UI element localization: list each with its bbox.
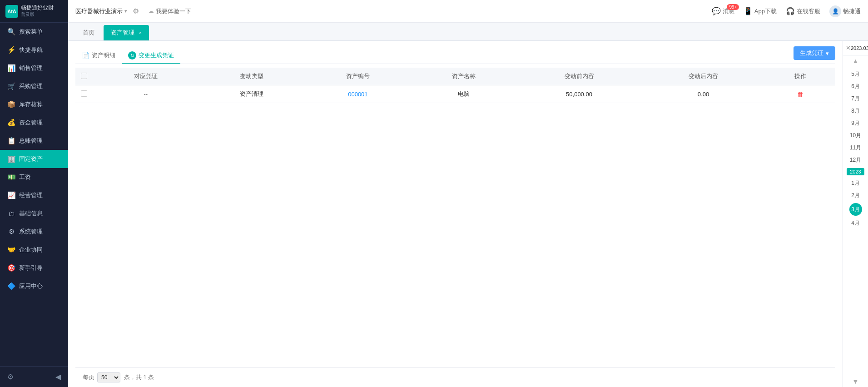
sidebar-item-operation[interactable]: 📈经营管理 [0,186,68,204]
sidebar-item-salary[interactable]: 💵工资 [0,168,68,186]
timeline-month-2[interactable]: 7月 [843,93,868,105]
row-action-0[interactable]: 🗑 [765,85,835,103]
th-before-change: 变动前内容 [517,68,641,85]
chevron-down-icon: ▾ [124,8,127,14]
timeline-scroll-down[interactable]: ▼ [843,376,868,387]
experience-button[interactable]: ☁ 我要体验一下 [148,7,191,15]
collapse-icon[interactable]: ◀ [55,372,61,381]
timeline-close-icon[interactable]: ✕ [846,45,851,51]
inner-panel: 📄 资产明细 ↻ 变更生成凭证 生成凭证 ▾ [68,41,843,387]
th-asset-code: 资产编号 [305,68,411,85]
sidebar-item-sales[interactable]: 📊销售管理 [0,59,68,77]
app-download-icon: 📱 [744,7,753,15]
row-asset-code-0: 000001 [305,85,411,103]
sidebar-item-newbie[interactable]: 🎯新手引导 [0,259,68,277]
row-after-change-0: 0.00 [641,85,766,103]
row-asset-name-0: 电脑 [411,85,517,103]
messages-button[interactable]: 💬 消息 99+ [712,7,734,15]
sub-tabs-row: 📄 资产明细 ↻ 变更生成凭证 生成凭证 ▾ [75,46,835,64]
avatar: 👤 [829,5,841,17]
sidebar-item-inventory[interactable]: 📦库存核算 [0,95,68,114]
sidebar-label-basic: 基础信息 [19,209,43,218]
sidebar-item-search[interactable]: 🔍搜索菜单 [0,23,68,41]
timeline-month-4[interactable]: 9月 [843,117,868,129]
timeline-scroll-up[interactable]: ▲ [843,55,868,66]
timeline-month-5[interactable]: 10月 [843,129,868,142]
sidebar-item-apps[interactable]: 🔷应用中心 [0,277,68,295]
tab-home[interactable]: 首页 [75,25,102,40]
sub-tab-asset-detail[interactable]: 📄 资产明细 [75,48,122,64]
company-selector[interactable]: 医疗器械行业演示 ▾ [75,7,127,15]
timeline-month-1[interactable]: 6月 [843,80,868,93]
generate-voucher-button[interactable]: 生成凭证 ▾ [794,46,835,60]
online-service-icon: 🎧 [786,7,795,15]
select-all-checkbox[interactable] [81,73,87,79]
sidebar-label-system: 系统管理 [19,228,43,236]
timeline-month-12[interactable]: 4月 [843,217,868,229]
apps-icon: 🔷 [7,282,15,290]
th-after-change: 变动后内容 [641,68,766,85]
timeline-month-3[interactable]: 8月 [843,105,868,117]
generate-voucher-label: 生成凭证 [800,49,823,57]
quicknav-icon: ⚡ [7,46,15,54]
sidebar-item-ledger[interactable]: 📋总账管理 [0,132,68,150]
sub-tab-asset-detail-label: 资产明细 [92,51,115,60]
username-label: 畅捷通 [843,7,861,15]
app-download-label: App下载 [754,7,777,15]
experience-label: 我要体验一下 [156,7,191,15]
logo-text: 畅捷通好业财 [21,5,54,12]
th-change-type: 变动类型 [199,68,305,85]
sidebar-label-enterprise: 企业协同 [19,246,43,254]
sidebar-item-quicknav[interactable]: ⚡快捷导航 [0,41,68,59]
purchase-icon: 🛒 [7,82,15,90]
sidebar-label-quicknav: 快捷导航 [19,46,43,54]
user-button[interactable]: 👤 畅捷通 [829,5,861,17]
timeline-header: ✕ 2023.03 ⛶ [843,41,868,55]
sidebar-item-enterprise[interactable]: 🤝企业协同 [0,241,68,259]
sidebar-item-purchase[interactable]: 🛒采购管理 [0,77,68,95]
ledger-icon: 📋 [7,137,15,145]
sidebar-item-fixed[interactable]: 🏢固定资产 [0,150,68,168]
delete-icon-0[interactable]: 🗑 [797,90,804,98]
tab-asset-management[interactable]: 资产管理 × [104,25,149,40]
tab-close-icon[interactable]: × [139,30,142,35]
timeline-month-0[interactable]: 5月 [843,68,868,80]
sidebar-label-fixed: 固定资产 [19,155,43,163]
logo-icon: AtA [5,5,18,18]
timeline-year-2023[interactable]: 2023 [847,168,864,175]
tab-asset-management-label: 资产管理 [111,29,134,36]
sidebar-item-basic[interactable]: 🗂基础信息 [0,204,68,223]
settings-icon[interactable]: ⚙ [7,372,14,381]
timeline-month-11[interactable]: 3月 [849,203,862,216]
sidebar-item-system[interactable]: ⚙系统管理 [0,223,68,241]
inventory-icon: 📦 [7,100,15,109]
online-service-label: 在线客服 [797,7,820,15]
experience-icon: ☁ [148,8,154,15]
timeline-month-10[interactable]: 2月 [843,189,868,202]
app-download-button[interactable]: 📱 App下载 [744,7,777,15]
timeline-month-7[interactable]: 12月 [843,154,868,166]
gear-icon[interactable]: ⚙ [133,7,139,15]
row-voucher-0: -- [93,85,199,103]
timeline-list: 5月6月7月8月9月10月11月12月20231月2月3月4月 [843,66,868,376]
th-checkbox[interactable] [75,68,93,85]
sidebar-label-ledger: 总账管理 [19,137,43,145]
sidebar-label-purchase: 采购管理 [19,82,43,90]
sidebar-bottom: ⚙ ◀ [0,366,68,387]
row-checkbox-cell[interactable] [75,85,93,103]
timeline-month-9[interactable]: 1月 [843,177,868,189]
sidebar-label-operation: 经营管理 [19,191,43,199]
online-service-button[interactable]: 🎧 在线客服 [786,7,820,15]
sidebar-item-funds[interactable]: 💰资金管理 [0,114,68,132]
table-footer: 每页 50 10 20 100 条，共 1 条 [75,367,835,387]
message-badge: 99+ [727,4,739,10]
timeline-month-6[interactable]: 11月 [843,142,868,154]
per-page-select[interactable]: 50 10 20 100 [97,372,120,382]
sub-tab-change-voucher[interactable]: ↻ 变更生成凭证 [122,48,180,64]
header-right: 💬 消息 99+ 📱 App下载 🎧 在线客服 👤 畅捷通 [712,5,861,17]
timeline-header-year: 2023.03 [851,45,868,51]
th-action: 操作 [765,68,835,85]
logo-sub: 普及版 [21,11,54,18]
salary-icon: 💵 [7,173,15,181]
row-checkbox-0[interactable] [81,90,87,97]
